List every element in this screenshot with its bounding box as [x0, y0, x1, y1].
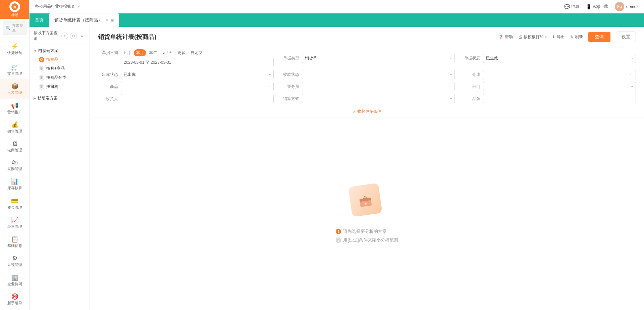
- settings-button[interactable]: 设置: [616, 32, 636, 42]
- sidebar-item-wholesale[interactable]: 📦 批发管理: [0, 79, 29, 98]
- sidebar-item-system[interactable]: ⚙ 系统管理: [0, 251, 29, 270]
- newbie-label: 新手引导: [7, 301, 22, 305]
- tab-close-icon[interactable]: ✕: [106, 18, 109, 22]
- goods-label: 商品: [98, 84, 118, 90]
- scheme-item-by-month-product[interactable]: 据 按月+商品: [30, 64, 90, 73]
- empty-icon: [347, 182, 387, 222]
- search-placeholder: 搜索菜单: [12, 23, 23, 33]
- date-this-month[interactable]: 本月: [134, 49, 146, 56]
- user-profile[interactable]: Ea demo2: [615, 2, 639, 11]
- warehouse-input[interactable]: ···: [483, 70, 636, 79]
- retail-label: 零售管理: [7, 71, 22, 76]
- doc-type-dropdown-icon: ▾: [450, 56, 452, 60]
- tab-sales-stats[interactable]: 销货单统计表（按商品） ✕ ⊠: [49, 13, 119, 27]
- ecommerce-icon: 🖥: [12, 140, 18, 147]
- add-scheme-button[interactable]: +: [61, 33, 68, 39]
- pc-group-name: 电脑端方案: [38, 48, 58, 54]
- refresh-action[interactable]: ↻ 刷新: [570, 34, 583, 40]
- message-action[interactable]: 💬 消息: [564, 4, 579, 9]
- doc-type-cell: 单据类型 销货单 ▾: [276, 49, 458, 67]
- salesperson-cell: 业务员 ···: [276, 82, 458, 91]
- svg-text:好: 好: [13, 5, 16, 9]
- tab-pin-icon[interactable]: ⊠: [111, 18, 114, 22]
- filter-row-1: 单据日期 上月 本月 本年 近7天 更多 自定义: [90, 46, 644, 67]
- tab-home[interactable]: 首页: [30, 13, 49, 27]
- doc-status-input[interactable]: 已生效 ▾: [483, 54, 636, 63]
- sidebar-item-apps[interactable]: 🔲 应用中心: [0, 309, 29, 310]
- sidebar-item-retail[interactable]: 🛒 零售管理: [0, 60, 29, 79]
- top-header: 办公用品行业模拟账套 ▾ 💬 消息 📱 App下载 Ea demo2: [30, 0, 644, 13]
- query-button[interactable]: 查询: [588, 32, 610, 42]
- breadcrumb-arrow: ▾: [78, 4, 80, 9]
- sidebar-item-marketing[interactable]: 📢 营销推广: [0, 99, 29, 118]
- main-area: 办公用品行业模拟账套 ▾ 💬 消息 📱 App下载 Ea demo2 首页: [30, 0, 644, 310]
- finance-label: 资金管理: [7, 205, 22, 210]
- department-label: 部门: [460, 84, 480, 90]
- operation-label: 经营管理: [7, 224, 22, 229]
- department-cell: 部门 ▾: [458, 82, 639, 91]
- sidebar-nav: 🛒 零售管理 📦 批发管理 📢 营销推广 💰 销售管理 🖥 电商管理 🛍 采购管…: [0, 60, 29, 310]
- date-last-7days[interactable]: 近7天: [160, 49, 174, 56]
- date-last-month[interactable]: 上月: [121, 49, 133, 56]
- receipt-status-input[interactable]: ▾: [302, 70, 455, 79]
- help-icon: ❓: [498, 35, 503, 39]
- sidebar-item-finance[interactable]: 💳 资金管理: [0, 194, 29, 213]
- collapse-filters-bar[interactable]: ∧ 收起更多条件: [90, 106, 644, 117]
- sidebar-item-purchase[interactable]: 🛍 采购管理: [0, 156, 29, 174]
- operation-icon: 📈: [11, 216, 18, 224]
- sidebar-item-operation[interactable]: 📈 经营管理: [0, 213, 29, 232]
- scheme-item-by-category[interactable]: 据 按商品分类: [30, 73, 90, 82]
- system-label: 系统管理: [7, 263, 22, 267]
- goods-input[interactable]: ···: [121, 82, 274, 91]
- sidebar-item-newbie[interactable]: 🎯 新手引导: [0, 290, 29, 309]
- mobile-group-name: 移动端方案: [38, 95, 58, 101]
- sidebar-item-ecommerce[interactable]: 🖥 电商管理: [0, 137, 29, 156]
- header-right: 💬 消息 📱 App下载 Ea demo2: [564, 2, 639, 11]
- pc-group-arrow: ▼: [34, 49, 37, 53]
- receiver-input[interactable]: ···: [121, 94, 274, 103]
- settlement-input[interactable]: ▾: [302, 94, 455, 103]
- marketing-icon: 📢: [11, 102, 18, 109]
- user-name: demo2: [626, 4, 639, 9]
- mobile-group-header[interactable]: ▶ 移动端方案: [30, 94, 90, 102]
- left-panel-title: 按以下方案查询: [34, 30, 61, 42]
- filter-row-3: 商品 ··· 业务员 ··· 部门: [90, 82, 644, 94]
- export-action[interactable]: ⬆ 导出: [552, 34, 565, 40]
- left-panel: 按以下方案查询 + ⊙ « ▼ 电脑端方案 按 按商品 据 按月: [30, 27, 90, 310]
- doc-type-value: 销货单: [305, 55, 317, 61]
- date-custom[interactable]: 自定义: [189, 49, 205, 56]
- date-range-input[interactable]: 2023-03-01 至 2023-03-31: [121, 58, 274, 67]
- out-status-input[interactable]: 已出库 ▾: [121, 70, 274, 79]
- enterprise-label: 企业协同: [7, 282, 22, 286]
- refresh-label: 刷新: [575, 34, 583, 40]
- department-arrow: ▾: [631, 85, 633, 89]
- sidebar-item-sales[interactable]: 💰 销售管理: [0, 118, 29, 137]
- date-this-year[interactable]: 本年: [147, 49, 159, 56]
- department-input[interactable]: ▾: [483, 82, 636, 91]
- quick-nav-item[interactable]: ⚡ 快捷导航: [0, 38, 29, 60]
- panel-actions: + ⊙ «: [61, 33, 86, 39]
- brand-input[interactable]: ···: [483, 94, 636, 103]
- pc-group-header[interactable]: ▼ 电脑端方案: [30, 47, 90, 55]
- inventory-label: 库存核算: [7, 186, 22, 190]
- doc-type-input[interactable]: 销货单 ▾: [302, 54, 455, 63]
- search-menu-box[interactable]: 🔍 搜索菜单: [3, 21, 26, 35]
- quick-nav[interactable]: ⚡ 快捷导航: [0, 39, 29, 58]
- print-template-action[interactable]: 🖨 按模板打印 ▾: [518, 34, 547, 40]
- salesperson-input[interactable]: ···: [302, 82, 455, 91]
- help-action[interactable]: ❓ 帮助: [498, 34, 513, 40]
- sidebar-item-basic[interactable]: 📋 基础信息: [0, 232, 29, 251]
- sidebar-item-inventory[interactable]: 📊 库存核算: [0, 174, 29, 194]
- wholesale-icon: 📦: [11, 83, 18, 90]
- receiver-label: 收货人: [98, 96, 118, 102]
- left-panel-header: 按以下方案查询 + ⊙ «: [30, 27, 90, 44]
- scheme-item-by-barcode[interactable]: 据 按司机: [30, 82, 90, 91]
- date-more[interactable]: 更多: [175, 49, 187, 56]
- basic-icon: 📋: [11, 236, 18, 243]
- scheme-item-by-product[interactable]: 按 按商品: [30, 55, 90, 64]
- edit-scheme-button[interactable]: ⊙: [70, 33, 77, 39]
- sidebar-item-enterprise[interactable]: 🏢 企业协同: [0, 270, 29, 290]
- newbie-icon: 🎯: [11, 293, 18, 300]
- collapse-panel-button[interactable]: «: [79, 33, 86, 39]
- app-download-action[interactable]: 📱 App下载: [586, 4, 608, 9]
